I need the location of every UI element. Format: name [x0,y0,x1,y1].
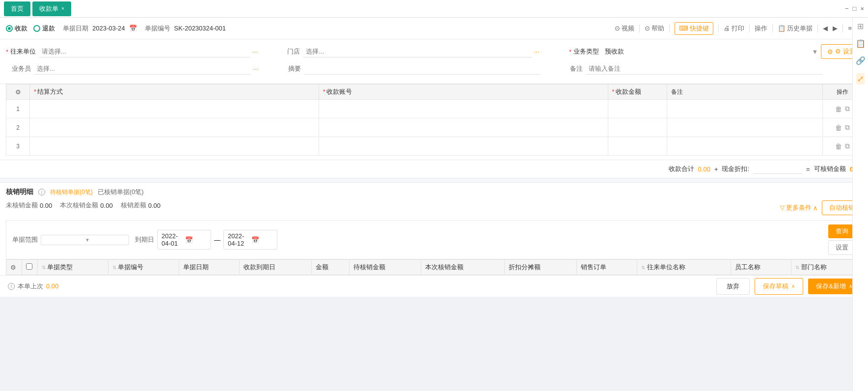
radio-refund-dot [33,25,40,32]
store-field: 门店 ··· [287,46,539,57]
footer-order-value: 0.00 [46,282,58,290]
receipt-table-wrap: ⚙ *结算方式 *收款账号 *收款金额 备注 操作 1 [0,84,868,160]
close-icon[interactable]: × [860,5,864,12]
date-from-input[interactable]: 2022-04-01 📅 [157,230,211,250]
operation-btn[interactable]: 操作 [755,24,767,33]
receipt-type-group: 收款 退款 [6,24,55,33]
range-chevron-icon: ▼ [85,237,125,243]
tab-close-icon[interactable]: × [61,6,64,11]
filter-area: 单据范围 ▼ 到期日 2022-04-01 📅 — 2022-04-12 📅 [0,220,868,259]
table-row: 2 🗑 ⧉ [6,118,862,137]
help-btn[interactable]: ⊙ 帮助 [645,24,664,33]
nav-right-icon[interactable]: ▶ [833,25,838,32]
remark-input[interactable] [586,63,823,75]
counterparty-input[interactable] [39,46,250,57]
hexiao-info-icon[interactable]: i [38,189,45,196]
row-delete-icon[interactable]: 🗑 [835,105,842,113]
form-area: * 往来单位 ··· 门店 ··· * 业务类型 预收款 ▼ ⚙⚙ 设置 业务 [0,39,868,84]
radio-refund[interactable]: 退款 [33,24,55,33]
row-copy-icon[interactable]: ⧉ [845,142,850,150]
hexiao-stats-row: 未核销金额 0.00 本次核销金额 0.00 核销差额 0.00 ▽ 更多条件 … [6,200,862,215]
hexiao-title-row: 核销明细 i 待核销单据(0笔) 已核销单据(0笔) [6,188,862,196]
filter-settings-btn[interactable]: 设置 [828,240,856,255]
sidebar-book-icon[interactable]: 📋 [856,39,866,48]
tab-bar: 首页 收款单 × − □ × [0,0,868,18]
save-new-chevron-icon: ∧ [849,283,852,289]
row-delete-icon[interactable]: 🗑 [835,124,842,132]
footer: i 本单上次 0.00 放弃 保存草稿 ∧ 保存&新增 ∧ [0,275,868,297]
date-to-calendar-icon[interactable]: 📅 [251,236,273,244]
discount-input[interactable] [753,164,802,174]
salesperson-input[interactable] [34,63,251,75]
select-all-checkbox[interactable] [26,263,32,270]
query-btn[interactable]: 查询 [828,224,856,238]
toolbar-right: ⊙ 视频 ⊙ 帮助 ⌨快捷键 🖨 打印 操作 📋 历史单据 ◀ ▶ ≡ ⊞ [615,22,862,35]
range-filter: 单据范围 ▼ [12,235,129,245]
maximize-icon[interactable]: □ [853,5,857,12]
minimize-icon[interactable]: − [845,5,849,12]
sidebar-link-icon[interactable]: 🔗 [856,56,866,65]
toolbar-date: 单据日期 2023-03-24 📅 [63,24,137,33]
date-to-input[interactable]: 2022-04-12 📅 [223,230,277,250]
footer-info-icon[interactable]: i [8,283,15,290]
summary-row: 收款合计 0.00 + 现金折扣: = 可核销金额 0.00 [0,160,868,178]
remark-field: 备注 [570,63,823,75]
business-type-value: 预收款 [602,45,812,58]
date-range: 2022-04-01 📅 — 2022-04-12 📅 [157,230,277,250]
business-type-chevron[interactable]: ▼ [812,48,818,56]
receipt-table: ⚙ *结算方式 *收款账号 *收款金额 备注 操作 1 [6,84,862,156]
abstract-input[interactable] [304,63,541,75]
history-btn[interactable]: 📋 历史单据 [778,24,813,33]
counterparty-more-btn[interactable]: ··· [252,48,258,56]
tab-home[interactable]: 首页 [4,1,30,16]
bottom-table: ⚙ ⇅ 单据类型 ⇅ 单据编号 单据日期 收款到期日 金额 待核销金额 本次核销… [6,259,862,275]
date-filter: 到期日 2022-04-01 📅 — 2022-04-12 📅 [135,230,277,250]
filter-buttons: 查询 设置 [828,224,856,255]
shortcut-btn[interactable]: ⌨快捷键 [675,22,713,35]
current-hexiao-stat: 本次核销金额 0.00 [60,201,112,210]
form-row-1: * 往来单位 ··· 门店 ··· * 业务类型 预收款 ▼ ⚙⚙ 设置 [6,44,862,59]
print-btn[interactable]: 🖨 打印 [724,24,744,33]
nav-left-icon[interactable]: ◀ [823,25,828,32]
date-from-calendar-icon[interactable]: 📅 [185,236,207,244]
calendar-icon[interactable]: 📅 [129,25,137,32]
bottom-table-wrap: ⚙ ⇅ 单据类型 ⇅ 单据编号 单据日期 收款到期日 金额 待核销金额 本次核销… [0,259,868,275]
hexiao-right: ▽ 更多条件 ∧ 自动核销 [780,200,862,215]
abstract-field: 摘要 [288,63,541,75]
uncancelled-stat: 未核销金额 0.00 [6,201,52,210]
range-select[interactable]: ▼ [41,235,129,245]
salesperson-more-btn[interactable]: ··· [253,65,259,73]
bottom-table-gear-icon[interactable]: ⚙ [10,264,16,271]
abandon-btn[interactable]: 放弃 [716,278,750,295]
counterparty-field: * 往来单位 ··· [6,46,258,57]
sidebar-expand-icon[interactable]: ⤢ [856,73,865,84]
radio-receipt[interactable]: 收款 [6,24,27,33]
toolbar-number: 单据编号 SK-20230324-001 [145,24,226,33]
section-divider [0,178,868,183]
save-draft-btn[interactable]: 保存草稿 ∧ [755,278,803,295]
total-value: 0.00 [698,166,710,173]
more-filter-btn[interactable]: ▽ 更多条件 ∧ [780,203,818,212]
save-draft-chevron-icon: ∧ [791,283,795,289]
hexiao-section: 核销明细 i 待核销单据(0笔) 已核销单据(0笔) 未核销金额 0.00 本次… [0,183,868,220]
table-row: 3 🗑 ⧉ [6,137,862,156]
filter-row: 单据范围 ▼ 到期日 2022-04-01 📅 — 2022-04-12 📅 [6,220,862,259]
video-btn[interactable]: ⊙ 视频 [615,24,634,33]
pending-tab[interactable]: 待核销单据(0笔) [50,188,93,196]
row-copy-icon[interactable]: ⧉ [845,105,850,113]
form-row-2: 业务员 ··· 摘要 备注 [6,63,862,75]
footer-right: 放弃 保存草稿 ∧ 保存&新增 ∧ [716,278,860,295]
diff-stat: 核销差额 0.00 [121,201,161,210]
store-more-btn[interactable]: ··· [534,48,540,56]
tab-current[interactable]: 收款单 × [32,1,71,16]
sidebar-table-icon[interactable]: ⊞ [857,22,864,31]
store-input[interactable] [303,46,532,57]
row-delete-icon[interactable]: 🗑 [835,142,842,150]
table-gear-icon[interactable]: ⚙ [15,88,21,96]
row-copy-icon[interactable]: ⧉ [845,123,850,132]
view-toggle-icon[interactable]: ≡ [848,25,852,32]
salesperson-field: 业务员 ··· [6,63,259,75]
window-controls: − □ × [845,5,864,12]
hexiao-stats: 未核销金额 0.00 本次核销金额 0.00 核销差额 0.00 [6,201,161,210]
table-row: 1 🗑 ⧉ [6,100,862,118]
